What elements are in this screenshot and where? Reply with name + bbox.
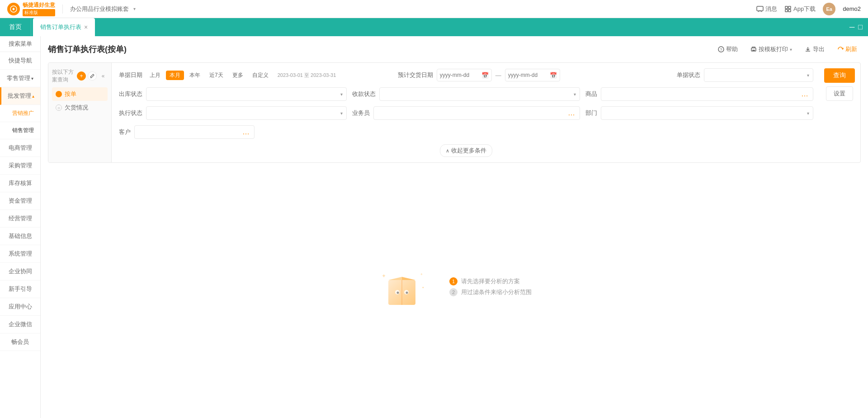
- collapse-sidebar-btn[interactable]: «: [99, 71, 108, 81]
- help-icon: ?: [718, 46, 724, 52]
- date-field: 单据日期 上月 本月 本年 近7天 更多 自定义 2023-03-01 至 20…: [119, 71, 392, 80]
- plan-item-欠货情况[interactable]: ○ 欠货情况: [52, 101, 108, 114]
- sidebar-item-basics[interactable]: 基础信息: [0, 228, 40, 245]
- svg-rect-3: [788, 6, 791, 9]
- nav-item[interactable]: 办公用品行业模拟账套: [70, 5, 129, 13]
- print-btn[interactable]: 按模板打印 ▾: [747, 43, 796, 55]
- sidebar-item-quick-nav[interactable]: 快捷导航: [0, 52, 40, 70]
- plan-dot-active: [56, 91, 62, 97]
- tab-close-icon[interactable]: ×: [84, 24, 88, 31]
- empty-text-wrap: 1 请先选择要分析的方案 2 用过滤条件来缩小分析范围: [449, 277, 532, 296]
- sidebar-item-wechat[interactable]: 企业微信: [0, 316, 40, 333]
- print-dropdown-icon[interactable]: ▾: [790, 47, 792, 52]
- settings-btn[interactable]: 设置: [826, 86, 853, 101]
- sidebar-item-ecommerce[interactable]: 电商管理: [0, 139, 40, 157]
- app-download-action[interactable]: App下载: [784, 5, 816, 13]
- date-tab-lastmonth[interactable]: 上月: [146, 71, 164, 80]
- customer-dots[interactable]: …: [242, 128, 250, 136]
- sidebar-item-member[interactable]: 畅会员: [0, 333, 40, 351]
- delivery-label: 出库状态: [119, 90, 142, 98]
- sidebar-item-wholesale[interactable]: 批发管理▴: [0, 87, 40, 105]
- date-tab-more[interactable]: 更多: [229, 71, 247, 80]
- svg-text:✦: ✦: [420, 272, 423, 276]
- department-select[interactable]: ▾: [601, 106, 813, 120]
- filter-actions-col: 查询 设置: [821, 63, 860, 162]
- sidebar-item-appstore[interactable]: 应用中心: [0, 298, 40, 316]
- sidebar-item-inventory[interactable]: 库存核算: [0, 175, 40, 192]
- filter-row-3: 执行状态 ▾ 业务员 …: [119, 106, 813, 120]
- help-btn[interactable]: ? 帮助: [714, 43, 741, 55]
- tab-home[interactable]: 首页: [0, 18, 31, 36]
- tab-bar-actions: ─ □: [849, 23, 868, 31]
- print-icon: [750, 46, 757, 52]
- message-action[interactable]: 消息: [756, 5, 777, 13]
- customer-label: 客户: [119, 128, 131, 136]
- payment-select[interactable]: ▾: [379, 87, 580, 101]
- collapse-filters-btn[interactable]: ∧ 收起更多条件: [440, 144, 492, 157]
- nav-dropdown-icon[interactable]: ▾: [133, 6, 136, 11]
- status-select-arrow: ▾: [807, 73, 809, 78]
- search-btn[interactable]: 查询: [824, 68, 855, 83]
- tab-bar: 首页 销售订单执行表 × ─ □: [0, 18, 868, 36]
- avatar: Ea: [823, 3, 835, 15]
- date-tab-custom[interactable]: 自定义: [249, 71, 272, 80]
- sidebar-item-system[interactable]: 系统管理: [0, 245, 40, 263]
- sidebar-item-enterprise[interactable]: 企业协同: [0, 263, 40, 280]
- date-label: 单据日期: [119, 71, 142, 79]
- execution-label: 执行状态: [119, 109, 142, 117]
- top-header: 畅捷通好生意 标准版 办公用品行业模拟账套 ▾ 消息 App下载 Ea demo…: [0, 0, 868, 18]
- add-plan-btn[interactable]: +: [77, 71, 86, 81]
- export-icon: [805, 46, 811, 52]
- tab-active[interactable]: 销售订单执行表 ×: [33, 18, 95, 36]
- refresh-btn[interactable]: 刷新: [834, 43, 861, 55]
- product-field: 商品 …: [585, 87, 813, 101]
- filter-row-2: 出库状态 ▾ 收款状态 ▾: [119, 87, 813, 101]
- sidebar-item-purchase[interactable]: 采购管理: [0, 157, 40, 175]
- export-btn[interactable]: 导出: [801, 43, 828, 55]
- logo-area: 畅捷通好生意 标准版: [7, 1, 55, 16]
- empty-step-2: 2 用过滤条件来缩小分析范围: [449, 288, 532, 296]
- delivery-select[interactable]: ▾: [146, 87, 347, 101]
- app-icon: [784, 5, 792, 13]
- sidebar-item-sales[interactable]: 销售管理: [0, 122, 40, 139]
- sidebar-item-finance[interactable]: 资金管理: [0, 192, 40, 210]
- plan-item-按单[interactable]: 按单: [52, 87, 108, 101]
- user-name[interactable]: demo2: [843, 5, 861, 12]
- edit-plan-btn[interactable]: [88, 71, 97, 81]
- salesperson-input-wrap[interactable]: …: [373, 106, 580, 120]
- product-dots[interactable]: …: [801, 90, 809, 98]
- expected-date-label: 预计交货日期: [398, 71, 433, 79]
- date-tab-7days[interactable]: 近7天: [206, 71, 227, 80]
- expected-date-field: 预计交货日期 📅 — 📅: [398, 69, 671, 81]
- date-end-calendar-icon[interactable]: 📅: [550, 72, 557, 79]
- date-end-input[interactable]: [508, 72, 549, 78]
- department-field: 部门 ▾: [585, 106, 813, 120]
- page-content: 销售订单执行表(按单) ? 帮助 按模板打印 ▾ 导出: [41, 36, 868, 418]
- sidebar-item-retail[interactable]: 零售管理▾: [0, 70, 40, 87]
- execution-select[interactable]: ▾: [146, 106, 347, 120]
- main-layout: 搜索菜单 快捷导航 零售管理▾ 批发管理▴ 营销推广 销售管理 电商管理 采购管…: [0, 36, 868, 418]
- sidebar-search-item[interactable]: 搜索菜单: [0, 36, 40, 52]
- sidebar-item-operations[interactable]: 经营管理: [0, 210, 40, 228]
- sidebar-item-marketing[interactable]: 营销推广: [0, 105, 40, 122]
- tab-minimize-btn[interactable]: ─: [849, 23, 854, 31]
- date-tabs: 上月 本月 本年 近7天 更多 自定义: [146, 71, 272, 80]
- sidebar: 搜索菜单 快捷导航 零售管理▾ 批发管理▴ 营销推广 销售管理 电商管理 采购管…: [0, 36, 41, 418]
- date-start-calendar-icon[interactable]: 📅: [481, 72, 489, 79]
- status-select[interactable]: ▾: [704, 68, 813, 82]
- salesperson-dots[interactable]: …: [568, 109, 576, 117]
- page-header: 销售订单执行表(按单) ? 帮助 按模板打印 ▾ 导出: [48, 43, 861, 55]
- tab-maximize-btn[interactable]: □: [858, 23, 863, 31]
- date-tab-thismonth[interactable]: 本月: [166, 71, 184, 80]
- customer-input-wrap[interactable]: …: [134, 125, 255, 139]
- step-num-1: 1: [449, 277, 458, 285]
- payment-field: 收款状态 ▾: [352, 87, 580, 101]
- date-start-input[interactable]: [440, 72, 481, 78]
- product-input-wrap[interactable]: …: [601, 87, 813, 101]
- payment-select-arrow: ▾: [574, 92, 576, 97]
- svg-rect-5: [788, 10, 791, 12]
- customer-field: 客户 …: [119, 125, 255, 139]
- svg-text:•: •: [422, 285, 424, 290]
- date-tab-thisyear[interactable]: 本年: [186, 71, 204, 80]
- sidebar-item-newbie[interactable]: 新手引导: [0, 280, 40, 298]
